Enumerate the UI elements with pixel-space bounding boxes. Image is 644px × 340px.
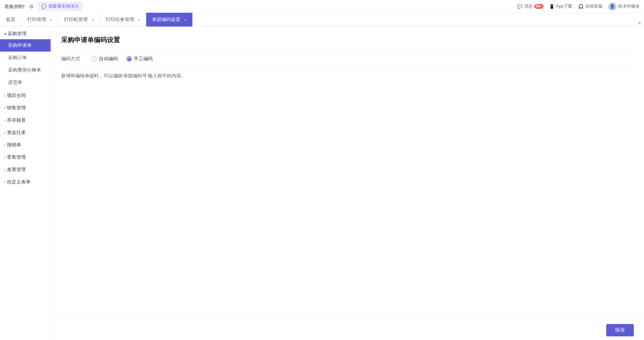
tab-printer-mgmt[interactable]: 打印机管理 ×	[58, 13, 100, 27]
sidebar-item-purchase-request-label: 采购申请单	[8, 42, 32, 48]
content-footer: 保存	[51, 320, 644, 340]
sidebar-group-capital-label: 资金往来	[7, 129, 26, 136]
manual-code-label: 手工编码	[134, 56, 153, 62]
auto-code-label: 自动编码	[99, 56, 118, 62]
tab-printer-mgmt-close[interactable]: ×	[91, 17, 93, 22]
sidebar-group-sales-mgmt-label: 销售管理	[7, 105, 26, 111]
tab-home[interactable]: 首页	[0, 13, 21, 27]
tab-single-code-close[interactable]: ×	[184, 17, 186, 22]
tab-print-task-mgmt[interactable]: 打印任务管理 ×	[100, 13, 146, 27]
auto-code-radio[interactable]	[92, 56, 97, 61]
user-avatar: 👤	[608, 3, 616, 11]
sidebar-item-purchase-order-label: 采购订单	[8, 55, 27, 60]
online-service-group[interactable]: 🎧 在线客服	[578, 3, 603, 9]
sidebar-group-inventory-label: 库存核算	[7, 117, 26, 124]
online-service-label: 在线客服	[585, 3, 603, 9]
sidebar-group-sales-mgmt[interactable]: › 销售管理	[0, 101, 51, 113]
sidebar-group-purchase-mgmt[interactable]: ▾ 采购管理	[0, 27, 51, 39]
chevron-right-icon-7: ›	[4, 168, 5, 172]
sidebar-item-purchase-expense-label: 采购费用分摊单	[8, 67, 41, 73]
sidebar-group-retail-mgmt-label: 零售管理	[7, 154, 26, 161]
sidebar-group-custom-forms-label: 自定义表单	[7, 179, 31, 185]
sidebar-item-purchase-expense[interactable]: 采购费用分摊单	[0, 64, 51, 76]
sidebar-group-returns-label: 报销单	[7, 142, 21, 148]
sidebar-group-retail-mgmt[interactable]: › 零售管理	[0, 150, 51, 163]
tab-print-mgmt-close[interactable]: ×	[50, 17, 52, 22]
headset-icon: 🎧	[578, 4, 584, 9]
sidebar-group-custom-forms[interactable]: › 自定义表单	[0, 175, 51, 187]
top-bar-right: 💬 消息 99+ 📱 App下载 🎧 在线客服 👤 徐泽华修改	[517, 3, 640, 11]
tab-print-mgmt[interactable]: 打印管理 ×	[21, 13, 58, 27]
tab-home-label: 首页	[6, 16, 15, 23]
save-button[interactable]: 保存	[606, 324, 634, 336]
sidebar: ▾ 采购管理 采购申请单 采购订单 采购费用分摊单 进货单 › 项目合同 › 销…	[0, 27, 51, 340]
demo-label: 我要看实例演示	[48, 3, 79, 9]
tab-print-task-mgmt-label: 打印任务管理	[106, 16, 134, 23]
chevron-right-icon-6: ›	[4, 155, 5, 159]
sidebar-group-returns[interactable]: › 报销单	[0, 138, 51, 150]
manual-code-option[interactable]: 手工编码	[127, 56, 153, 62]
top-bar: 老板勿削! ⚙ 💬 我要看实例演示 💬 消息 99+ 📱 App下载 🎧 在线客…	[0, 0, 644, 13]
chevron-right-icon-5: ›	[4, 143, 5, 147]
sidebar-item-purchase-order[interactable]: 采购订单	[0, 52, 51, 64]
chevron-right-icon-8: ›	[4, 180, 5, 184]
window-close-button[interactable]: ×	[638, 20, 641, 27]
encoding-method-row: 编码方式 自动编码 手工编码	[61, 52, 634, 66]
manual-code-radio[interactable]	[127, 56, 132, 61]
page-title: 采购申请单编码设置	[61, 36, 634, 44]
message-label: 消息	[524, 3, 533, 9]
user-group[interactable]: 👤 徐泽华修改	[608, 3, 640, 11]
demo-icon: 💬	[41, 4, 47, 9]
sidebar-group-project-contract[interactable]: › 项目合同	[0, 89, 51, 101]
demo-button[interactable]: 💬 我要看实例演示	[38, 2, 82, 11]
app-download-group[interactable]: 📱 App下载	[549, 3, 572, 9]
tab-print-mgmt-label: 打印管理	[27, 16, 46, 23]
tab-print-task-mgmt-close[interactable]: ×	[138, 17, 140, 22]
chevron-right-icon-2: ›	[4, 106, 5, 110]
sidebar-group-invoice-mgmt[interactable]: › 发票管理	[0, 163, 51, 175]
sidebar-group-inventory[interactable]: › 库存核算	[0, 113, 51, 126]
encoding-method-label: 编码方式	[61, 56, 80, 62]
chevron-right-icon-4: ›	[4, 131, 5, 135]
chevron-right-icon-3: ›	[4, 118, 5, 122]
app-download-label: App下载	[556, 3, 572, 9]
top-bar-left: 老板勿削! ⚙ 💬 我要看实例演示	[4, 2, 82, 11]
chevron-right-icon: ›	[4, 94, 5, 98]
message-group[interactable]: 💬 消息 99+	[517, 3, 543, 9]
tab-single-code-setting[interactable]: 单据编码设置 ×	[146, 13, 192, 27]
user-name: 徐泽华修改	[618, 3, 640, 9]
tab-bar: 首页 打印管理 × 打印机管理 × 打印任务管理 × 单据编码设置 × ×	[0, 13, 644, 27]
gear-button[interactable]: ⚙	[29, 4, 34, 9]
hint-text: 新增和编辑单据时，可以编辑'单据编码号'输入框中的内容。	[61, 73, 634, 79]
tab-single-code-label: 单据编码设置	[152, 16, 180, 23]
auto-code-option[interactable]: 自动编码	[92, 56, 118, 62]
main-layout: ▾ 采购管理 采购申请单 采购订单 采购费用分摊单 进货单 › 项目合同 › 销…	[0, 27, 644, 340]
sidebar-group-project-contract-label: 项目合同	[7, 92, 26, 99]
content-body: 采购申请单编码设置 编码方式 自动编码 手工编码 新增和编辑单据时，可以编辑'单…	[51, 27, 644, 320]
message-badge: 99+	[534, 4, 543, 9]
app-title: 老板勿削!	[4, 3, 25, 10]
sidebar-item-stock-in-label: 进货单	[8, 80, 22, 85]
sidebar-group-capital[interactable]: › 资金往来	[0, 126, 51, 138]
chevron-down-icon: ▾	[4, 32, 6, 36]
sidebar-group-purchase-mgmt-label: 采购管理	[8, 31, 27, 37]
sidebar-item-purchase-request[interactable]: 采购申请单	[0, 39, 51, 52]
tab-printer-mgmt-label: 打印机管理	[64, 16, 88, 23]
message-icon: 💬	[517, 4, 523, 9]
phone-icon: 📱	[549, 4, 555, 9]
content-area: 采购申请单编码设置 编码方式 自动编码 手工编码 新增和编辑单据时，可以编辑'单…	[51, 27, 644, 340]
sidebar-group-invoice-mgmt-label: 发票管理	[7, 166, 26, 173]
sidebar-item-stock-in[interactable]: 进货单	[0, 76, 51, 89]
